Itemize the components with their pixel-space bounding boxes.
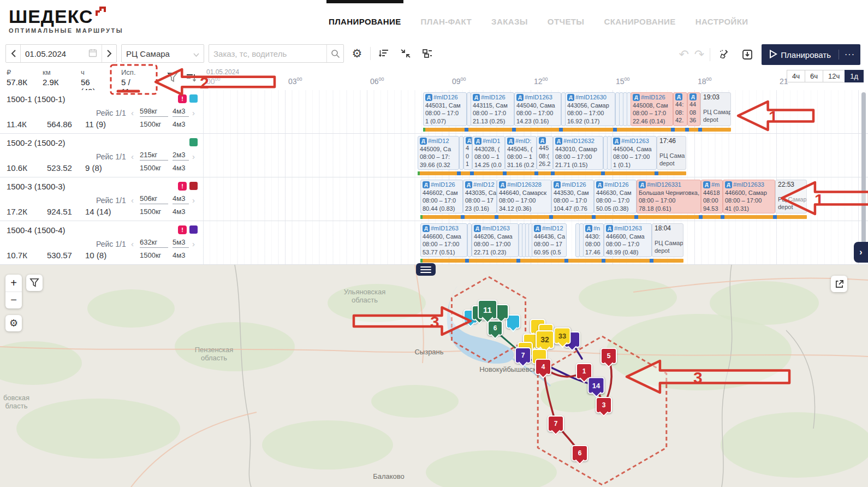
- depot-card[interactable]: 17:46РЦ Самаdepot: [657, 136, 686, 170]
- redo-icon[interactable]: ↷: [694, 47, 704, 62]
- prev-trip-icon[interactable]: ‹: [131, 239, 134, 248]
- next-trip-icon[interactable]: ›: [192, 239, 195, 248]
- task-card[interactable]: Д#mID126446630, Сам08:00 – 17:050.05 (0.…: [594, 180, 637, 213]
- task-card[interactable]: Д#mID126331Большая Черниговка, (08:00 – …: [637, 180, 701, 213]
- settings-gear-icon[interactable]: ⚙: [348, 44, 366, 63]
- task-card[interactable]: Д44508:(26.2: [537, 136, 553, 170]
- plan-button[interactable]: Планировать ···: [762, 44, 860, 65]
- route-info[interactable]: 1500-2 (1500-2)Рейс 1/1‹›215кг2м31500кг4…: [0, 134, 203, 177]
- task-card[interactable]: Д#mID1443028, (08:00 – 114.25 (0.0: [472, 136, 505, 170]
- route-info[interactable]: 1500-3 (1500-3)!Рейс 1/1‹›506кг4м31500кг…: [0, 177, 203, 221]
- task-card[interactable]: Д#mID12445009, Са08:00 – 17:39.66 (0.32: [418, 136, 459, 170]
- task-card[interactable]: Д#n4430:08:0017.46: [583, 223, 604, 257]
- route-cost: 10.7К: [7, 251, 27, 260]
- vertical-scrollbar[interactable]: [861, 92, 866, 256]
- task-card[interactable]: Д#mID12446436, Са08:00 – 1760.95 (0.5: [532, 223, 567, 257]
- task-card[interactable]: Д401: [463, 136, 472, 170]
- task-card[interactable]: Д#mID:445045, (08:00 – 131.16 (0.2: [505, 136, 537, 170]
- delivery-type-icon: Д: [703, 181, 710, 188]
- map-marker[interactable]: 33: [554, 328, 571, 345]
- undo-icon[interactable]: ↶: [679, 47, 688, 62]
- map-marker[interactable]: 14: [588, 377, 605, 394]
- task-card[interactable]: Д440836: [687, 92, 700, 126]
- routes-sort-icon[interactable]: [186, 73, 197, 85]
- map-expand-icon[interactable]: [831, 276, 847, 292]
- task-card[interactable]: Д#mID126328446640, Самарск08:00 – 17:003…: [497, 180, 551, 213]
- nav-tab[interactable]: ПЛАН-ФАКТ: [421, 0, 472, 43]
- task-card[interactable]: [459, 136, 463, 170]
- task-card[interactable]: Д#mID12630443056, Самар08:00 – 17:0016.9…: [565, 92, 615, 126]
- map-zoom-out-button[interactable]: −: [5, 292, 22, 309]
- nav-tab[interactable]: ПЛАНИРОВАНИЕ: [329, 0, 401, 43]
- task-card[interactable]: Д#mID1263446206, Сама08:00 – 17:0022.71 …: [472, 223, 519, 257]
- map-settings-gear-icon[interactable]: ⚙: [5, 315, 22, 331]
- next-trip-icon[interactable]: ›: [192, 195, 195, 205]
- routes-filter-icon[interactable]: [167, 72, 178, 85]
- prev-trip-icon[interactable]: ‹: [131, 108, 134, 117]
- zoom-option[interactable]: 6ч: [805, 70, 823, 82]
- map-marker[interactable]: 11: [478, 300, 497, 319]
- task-card[interactable]: Д#mID1263445004, Сама08:00 – 17:001 (0.1…: [611, 136, 657, 170]
- nav-tab[interactable]: СКАНИРОВАНИЕ: [604, 0, 675, 43]
- task-card[interactable]: Д#mID12632443010, Самар08:00 – 17:0021.7…: [553, 136, 603, 170]
- zoom-option[interactable]: 4ч: [787, 70, 805, 82]
- task-card[interactable]: Д#mID1263445040, Сама08:00 – 17:0014.23 …: [514, 92, 561, 126]
- group-view-icon[interactable]: [419, 44, 436, 63]
- nav-tab[interactable]: ЗАКАЗЫ: [491, 0, 528, 43]
- depot-card[interactable]: 19:03РЦ Самарdepot: [700, 92, 731, 126]
- task-card[interactable]: Д#mID12633446600, Самар08:00 – 17:0041 (…: [723, 180, 775, 213]
- task-card[interactable]: Д#m4461808:0094.53: [701, 180, 723, 213]
- calendar-icon[interactable]: [88, 49, 97, 59]
- map-marker[interactable]: 7: [515, 347, 531, 364]
- panel-splitter-handle[interactable]: [416, 263, 436, 276]
- map-marker[interactable]: 3: [596, 397, 612, 413]
- nav-tab[interactable]: НАСТРОЙКИ: [695, 0, 748, 43]
- map-filter-icon[interactable]: [26, 275, 43, 291]
- prev-trip-icon[interactable]: ‹: [131, 152, 134, 161]
- task-card[interactable]: Д#mID1263446600, Сама08:00 – 17:0053.77 …: [420, 223, 467, 257]
- depot-card[interactable]: 22:53РЦ Самараdepot: [775, 180, 807, 213]
- task-card[interactable]: Д#mID126443115, Сам08:00 – 17:021.13 (0.…: [471, 92, 514, 126]
- depot-select[interactable]: РЦ Самара: [121, 44, 204, 63]
- sort-routes-icon[interactable]: [375, 44, 393, 63]
- route-color-chip[interactable]: [189, 225, 198, 234]
- route-info[interactable]: 1500-1 (1500-1)!Рейс 1/1‹›598кг4м31500кг…: [0, 90, 203, 133]
- zoom-option[interactable]: 12ч: [823, 70, 845, 82]
- next-day-button[interactable]: [102, 44, 116, 63]
- route-color-chip[interactable]: [189, 182, 198, 190]
- collapse-all-icon[interactable]: [397, 44, 414, 63]
- import-icon[interactable]: [739, 45, 756, 64]
- map-zoom-in-button[interactable]: +: [5, 275, 22, 292]
- clear-plan-icon[interactable]: [716, 45, 733, 64]
- route-color-chip[interactable]: [189, 138, 198, 146]
- search-icon[interactable]: [326, 45, 343, 62]
- map-marker[interactable]: 6: [487, 320, 503, 336]
- nav-tab[interactable]: ОТЧЕТЫ: [548, 0, 585, 43]
- next-trip-icon[interactable]: ›: [192, 108, 195, 117]
- map-marker[interactable]: 5: [601, 348, 617, 364]
- prev-trip-icon[interactable]: ‹: [131, 195, 134, 205]
- date-value[interactable]: 01.05.2024: [25, 49, 66, 58]
- task-card[interactable]: Д#mID1263446600, Сама08:00 – 17:048.99 (…: [604, 223, 652, 257]
- plan-more-button[interactable]: ···: [839, 50, 860, 60]
- task-card[interactable]: Д#mID126443530, Сам08:00 – 17:0104.47 (0…: [551, 180, 594, 213]
- search-input[interactable]: [209, 49, 326, 58]
- task-card[interactable]: Д#mID12443035, Са08:00 – 1723 (0.16): [463, 180, 497, 213]
- task-card[interactable]: Д44:08:42.: [673, 92, 687, 126]
- depot-card[interactable]: 18:04РЦ Самараdepot: [652, 223, 683, 257]
- task-card[interactable]: [467, 223, 472, 257]
- map-marker[interactable]: 32: [536, 330, 554, 349]
- prev-day-button[interactable]: [6, 44, 20, 63]
- map-marker[interactable]: 6: [572, 445, 588, 461]
- map-marker[interactable]: 4: [535, 359, 551, 375]
- route-info[interactable]: 1500-4 (1500-4)!Рейс 1/1‹›632кг5м31500кг…: [0, 221, 203, 264]
- collapse-panel-chevron[interactable]: ›: [854, 242, 868, 263]
- map-marker[interactable]: 7: [548, 415, 564, 432]
- task-card[interactable]: Д#mID126445008, Сам08:00 – 17:022.46 (0.…: [631, 92, 673, 126]
- task-card[interactable]: Д#mID126445031, Сам08:00 – 17:01 (0.07): [423, 92, 467, 126]
- map[interactable]: + − ⚙ Ульяновская областьПензенская обла…: [0, 265, 868, 487]
- next-trip-icon[interactable]: ›: [192, 152, 195, 161]
- zoom-option[interactable]: 1д: [845, 70, 864, 82]
- task-card[interactable]: Д#mID126446602, Сам08:00 – 17:080.44 (0.…: [420, 180, 463, 213]
- route-color-chip[interactable]: [189, 94, 198, 103]
